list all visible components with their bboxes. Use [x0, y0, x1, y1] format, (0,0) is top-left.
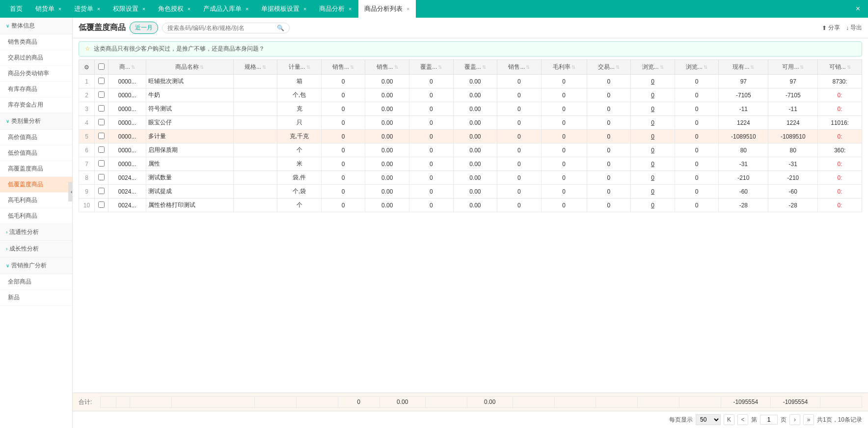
page-number-input[interactable]	[760, 415, 778, 425]
row-browse1-9[interactable]: 0	[631, 185, 675, 199]
nav-analysis-list-close[interactable]: ×	[407, 6, 409, 12]
col-unit[interactable]: 计量...⇅	[277, 60, 322, 75]
sidebar-item-occupy-capital[interactable]: 库存资金占用	[0, 97, 72, 113]
row-select-checkbox-2[interactable]	[98, 91, 105, 98]
col-spec[interactable]: 规格...⇅	[233, 60, 277, 75]
select-all-checkbox[interactable]	[98, 63, 105, 70]
col-browse1[interactable]: 浏览...⇅	[631, 60, 675, 75]
date-filter-button[interactable]: 近一月	[130, 22, 158, 34]
row-select-checkbox-8[interactable]	[98, 174, 105, 180]
sidebar-item-high-value[interactable]: 高价值商品	[0, 130, 72, 145]
nav-purchase[interactable]: 进货单 ×	[68, 0, 106, 18]
row-select-checkbox-6[interactable]	[98, 146, 105, 153]
col-settings[interactable]: ⚙	[79, 60, 95, 75]
col-current-stock[interactable]: 现有...⇅	[719, 60, 768, 75]
row-cov2-7: 0.00	[453, 157, 497, 171]
sidebar-section-category[interactable]: ∨ 类别量分析	[0, 113, 72, 130]
col-sales-amt[interactable]: 销售...⇅	[365, 60, 409, 75]
row-browse1-6[interactable]: 0	[631, 143, 675, 157]
col-coverage1[interactable]: 覆盖...⇅	[409, 60, 453, 75]
row-select-checkbox-7[interactable]	[98, 160, 105, 167]
sidebar-item-high-coverage[interactable]: 高覆盖度商品	[0, 161, 72, 177]
search-input[interactable]	[167, 25, 275, 31]
sidebar-item-low-coverage[interactable]: 低覆盖度商品	[0, 177, 72, 193]
sidebar-item-new-goods[interactable]: 新品	[0, 290, 72, 306]
nav-sales[interactable]: 销货单 ×	[29, 0, 67, 18]
row-browse1-8[interactable]: 0	[631, 171, 675, 185]
nav-permissions-close[interactable]: ×	[142, 6, 145, 12]
row-name-2[interactable]: 牛奶	[146, 88, 233, 102]
row-name-8[interactable]: 测试数量	[146, 171, 233, 185]
row-browse1-4[interactable]: 0	[631, 116, 675, 130]
row-select-checkbox-1[interactable]	[98, 78, 105, 84]
row-select-checkbox-9[interactable]	[98, 188, 105, 194]
col-available[interactable]: 可用...⇅	[768, 60, 818, 75]
nav-home[interactable]: 首页	[4, 0, 28, 18]
nav-products-in-close[interactable]: ×	[245, 6, 248, 12]
row-select-checkbox-5[interactable]	[98, 133, 105, 139]
col-transaction[interactable]: 交易...⇅	[587, 60, 631, 75]
top-navigation: 首页 销货单 × 进货单 × 权限设置 × 角色授权 × 产成品入库单 × 单据…	[0, 0, 868, 18]
prev-page-button[interactable]: <	[737, 414, 748, 425]
nav-roles-close[interactable]: ×	[188, 6, 190, 12]
col-code[interactable]: 商...⇅	[108, 60, 146, 75]
sidebar-section-overall[interactable]: ∨ 整体信息	[0, 18, 72, 34]
sidebar-item-sales-goods[interactable]: 销售类商品	[0, 34, 72, 50]
sidebar-item-low-profit[interactable]: 低毛利商品	[0, 208, 72, 224]
nav-purchase-close[interactable]: ×	[97, 6, 100, 12]
col-gross-margin[interactable]: 毛利率⇅	[541, 60, 587, 75]
sidebar-item-high-profit[interactable]: 高毛利商品	[0, 193, 72, 208]
nav-analysis-list[interactable]: 商品分析列表 ×	[358, 0, 415, 18]
row-name-6[interactable]: 启用保质期	[146, 143, 233, 157]
row-name-4[interactable]: 眼宝公仔	[146, 116, 233, 130]
row-select-checkbox-10[interactable]	[98, 201, 105, 208]
row-browse1-7[interactable]: 0	[631, 157, 675, 171]
sidebar-item-all-goods[interactable]: 全部商品	[0, 274, 72, 290]
search-icon[interactable]: 🔍	[277, 25, 284, 31]
col-sellable[interactable]: 可销...⇅	[818, 60, 862, 75]
sidebar-collapse-btn[interactable]: «	[68, 182, 73, 201]
sidebar-item-category-active[interactable]: 商品分类动销率	[0, 66, 72, 82]
nav-sales-close[interactable]: ×	[58, 6, 61, 12]
last-page-button[interactable]: »	[803, 414, 814, 425]
col-checkbox	[95, 60, 108, 75]
sidebar-item-low-value[interactable]: 低价值商品	[0, 145, 72, 161]
row-name-9[interactable]: 测试提成	[146, 185, 233, 199]
row-name-10[interactable]: 属性价格打印测试	[146, 199, 233, 212]
sidebar-item-traded-goods[interactable]: 交易过的商品	[0, 50, 72, 66]
row-browse1-5[interactable]: 0	[631, 130, 675, 143]
nav-products-in[interactable]: 产成品入库单 ×	[197, 0, 254, 18]
next-page-button[interactable]: ›	[789, 414, 800, 425]
share-button[interactable]: ⬆ 分享	[822, 24, 840, 32]
window-close-button[interactable]: ×	[852, 4, 864, 13]
nav-analysis-close[interactable]: ×	[349, 6, 352, 12]
row-browse1-2[interactable]: 0	[631, 88, 675, 102]
settings-icon[interactable]: ⚙	[84, 64, 89, 71]
nav-templates[interactable]: 单据模板设置 ×	[255, 0, 312, 18]
per-page-select[interactable]: 50 10 20 100	[696, 414, 721, 425]
row-name-5[interactable]: 多计量	[146, 130, 233, 143]
sidebar-item-have-stock[interactable]: 有库存商品	[0, 82, 72, 97]
sidebar-section-growth[interactable]: › 成长性分析	[0, 241, 72, 257]
col-browse2[interactable]: 浏览...⇅	[675, 60, 719, 75]
sidebar-section-liquidity[interactable]: › 流通性分析	[0, 224, 72, 241]
col-sales-profit[interactable]: 销售...⇅	[497, 60, 542, 75]
first-page-button[interactable]: K	[724, 414, 734, 425]
row-name-3[interactable]: 符号测试	[146, 102, 233, 116]
row-browse1-10[interactable]: 0	[631, 199, 675, 212]
row-browse1-1[interactable]: 0	[631, 75, 675, 88]
row-name-1[interactable]: 旺辅批次测试	[146, 75, 233, 88]
row-select-checkbox-4[interactable]	[98, 119, 105, 125]
sidebar-section-marketing[interactable]: ∨ 营销推广分析	[0, 257, 72, 274]
col-name[interactable]: 商品名称⇅	[146, 60, 233, 75]
nav-roles[interactable]: 角色授权 ×	[152, 0, 196, 18]
export-button[interactable]: ↓ 导出	[846, 24, 862, 32]
nav-permissions[interactable]: 权限设置 ×	[107, 0, 151, 18]
row-browse1-3[interactable]: 0	[631, 102, 675, 116]
col-sales-qty[interactable]: 销售...⇅	[321, 60, 365, 75]
col-coverage2[interactable]: 覆盖...⇅	[453, 60, 497, 75]
nav-templates-close[interactable]: ×	[303, 6, 306, 12]
row-select-checkbox-3[interactable]	[98, 105, 105, 112]
row-name-7[interactable]: 属性	[146, 157, 233, 171]
nav-analysis[interactable]: 商品分析 ×	[313, 0, 357, 18]
